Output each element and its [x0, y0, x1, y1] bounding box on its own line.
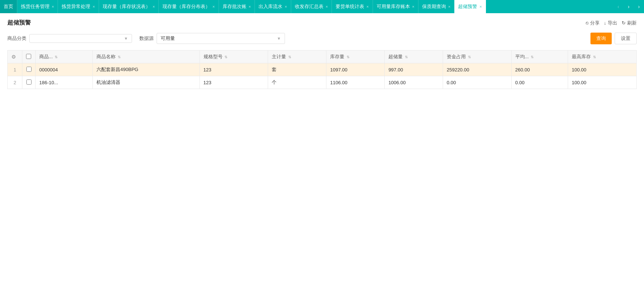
nav-receive-summary-label: 收发存汇总表 [295, 3, 323, 10]
page-content: 超储预警 ⎋ 分享 ↓ 导出 ↻ 刷新 商品分类 ▼ 数据源 [0, 13, 644, 293]
nav-available-account[interactable]: 可用量库存账本 × [373, 0, 418, 13]
row-spec-1: 123 [200, 63, 268, 76]
th-product-code[interactable]: 商品... ⇅ [36, 51, 93, 63]
th-capital-label: 资金占用 [447, 54, 466, 59]
nav-quality-query[interactable]: 保质期查询 × [418, 0, 454, 13]
sort-icon-overflow: ⇅ [405, 55, 408, 59]
nav-overstock[interactable]: 超储预警 × [454, 0, 486, 13]
table-header-row: ⚙ 商品... ⇅ 商品名称 ⇅ 规格型号 ⇅ 主计量 [8, 51, 637, 63]
th-unit[interactable]: 主计量 ⇅ [268, 51, 326, 63]
category-label: 商品分类 [7, 35, 26, 42]
row-checkbox-cell-2 [22, 76, 36, 89]
nav-batch-account-close[interactable]: × [249, 4, 251, 9]
nav-inout-flow[interactable]: 出入库流水 × [255, 0, 291, 13]
gear-icon[interactable]: ⚙ [11, 54, 16, 60]
row-num-1: 1 [8, 63, 22, 76]
row-stock-2: 1106.00 [326, 76, 385, 89]
nav-receive-summary-close[interactable]: × [326, 4, 328, 9]
export-icon: ↓ [604, 20, 607, 26]
nav-prev-button[interactable]: ‹ [613, 0, 623, 13]
refresh-button[interactable]: ↻ 刷新 [622, 20, 637, 26]
page-header: 超储预警 ⎋ 分享 ↓ 导出 ↻ 刷新 [7, 19, 637, 27]
export-label: 导出 [608, 20, 617, 26]
th-product-code-label: 商品... [39, 54, 53, 59]
sort-icon-capital: ⇅ [468, 55, 471, 59]
th-stock[interactable]: 库存量 ⇅ [326, 51, 385, 63]
nav-receive-summary[interactable]: 收发存汇总表 × [291, 0, 332, 13]
header-actions: ⎋ 分享 ↓ 导出 ↻ 刷新 [586, 20, 637, 26]
sort-icon-avg: ⇅ [531, 55, 534, 59]
th-spec[interactable]: 规格型号 ⇅ [200, 51, 268, 63]
sort-icon-spec: ⇅ [224, 55, 227, 59]
row-product-code-1: 0000004 [36, 63, 93, 76]
nav-stock-dist[interactable]: 现存量（库存分布表） × [159, 0, 219, 13]
nav-stock-status-label: 现存量（库存状况表） [103, 3, 150, 10]
nav-available-account-close[interactable]: × [412, 4, 414, 9]
datasource-select[interactable]: 可用量 ▼ [157, 33, 285, 44]
row-product-name-2: 机油滤清器 [93, 76, 200, 89]
sort-icon-stock: ⇅ [347, 55, 350, 59]
th-overflow-label: 超储量 [388, 54, 403, 59]
th-capital[interactable]: 资金占用 ⇅ [443, 51, 511, 63]
nav-next-button[interactable]: › [623, 0, 634, 13]
refresh-label: 刷新 [627, 20, 637, 26]
nav-demand-stats[interactable]: 要货单统计表 × [332, 0, 373, 13]
row-checkbox-2[interactable] [26, 79, 32, 85]
nav-overstock-close[interactable]: × [479, 4, 482, 9]
datasource-label: 数据源 [139, 35, 154, 42]
row-num-2: 2 [8, 76, 22, 89]
export-button[interactable]: ↓ 导出 [604, 20, 618, 26]
settings-button[interactable]: 设置 [615, 33, 637, 44]
nav-demand-stats-label: 要货单统计表 [336, 3, 364, 10]
chevron-down-icon: ▼ [124, 36, 128, 41]
nav-demand-stats-close[interactable]: × [366, 4, 369, 9]
query-button[interactable]: 查询 [590, 33, 612, 44]
row-spec-2: 123 [200, 76, 268, 89]
nav-pick-task-close[interactable]: × [52, 4, 54, 9]
nav-batch-account[interactable]: 库存批次账 × [219, 0, 255, 13]
row-unit-1: 套 [268, 63, 326, 76]
th-stock-label: 库存量 [330, 54, 344, 59]
sort-icon-product-name: ⇅ [118, 55, 121, 59]
category-select[interactable]: ▼ [29, 34, 132, 43]
nav-pick-exception-label: 拣货异常处理 [62, 3, 90, 10]
nav-overstock-label: 超储预警 [458, 3, 477, 10]
row-stock-1: 1097.00 [326, 63, 385, 76]
sort-icon-unit: ⇅ [288, 55, 291, 59]
nav-more-button[interactable]: › [634, 0, 644, 13]
row-avg-1: 260.00 [511, 63, 568, 76]
th-product-name[interactable]: 商品名称 ⇅ [93, 51, 200, 63]
row-max-stock-2: 100.00 [568, 76, 637, 89]
th-avg[interactable]: 平均... ⇅ [511, 51, 568, 63]
share-icon: ⎋ [586, 20, 589, 26]
row-capital-1: 259220.00 [443, 63, 511, 76]
nav-pick-task-label: 拣货任务管理 [21, 3, 50, 10]
th-product-name-label: 商品名称 [96, 54, 116, 59]
sort-icon-product-code: ⇅ [55, 55, 58, 59]
nav-home-label: 首页 [4, 3, 13, 10]
row-checkbox-1[interactable] [26, 67, 32, 72]
th-overflow[interactable]: 超储量 ⇅ [385, 51, 443, 63]
nav-inout-flow-close[interactable]: × [285, 4, 287, 9]
table-row: 2 186-10... 机油滤清器 123 个 1106.00 1006.00 … [8, 76, 637, 89]
nav-pick-task[interactable]: 拣货任务管理 × [17, 0, 58, 13]
th-settings: ⚙ [8, 51, 22, 63]
nav-stock-dist-label: 现存量（库存分布表） [162, 3, 210, 10]
sort-icon-max-stock: ⇅ [593, 55, 596, 59]
nav-available-account-label: 可用量库存账本 [377, 3, 410, 10]
nav-pick-exception[interactable]: 拣货异常处理 × [58, 0, 99, 13]
nav-home[interactable]: 首页 [0, 0, 17, 13]
nav-stock-status[interactable]: 现存量（库存状况表） × [99, 0, 159, 13]
nav-batch-account-label: 库存批次账 [223, 3, 246, 10]
filter-actions: 查询 设置 [590, 33, 637, 44]
refresh-icon: ↻ [622, 20, 626, 26]
nav-stock-status-close[interactable]: × [153, 4, 155, 9]
nav-inout-flow-label: 出入库流水 [259, 3, 282, 10]
row-overflow-2: 1006.00 [385, 76, 443, 89]
nav-pick-exception-close[interactable]: × [92, 4, 95, 9]
th-max-stock[interactable]: 最高库存 ⇅ [568, 51, 637, 63]
nav-quality-query-close[interactable]: × [448, 4, 450, 9]
nav-stock-dist-close[interactable]: × [212, 4, 215, 9]
share-button[interactable]: ⎋ 分享 [586, 20, 600, 26]
select-all-checkbox[interactable] [26, 54, 31, 59]
